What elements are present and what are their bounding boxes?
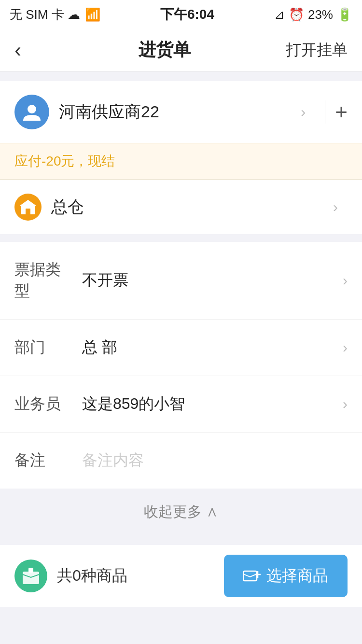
product-bar: 共0种商品 选择商品 — [0, 545, 362, 607]
battery-text: 23% — [308, 7, 333, 22]
battery-icon: 🔋 — [337, 7, 352, 22]
form-value-invoice: 不开票 — [82, 270, 343, 291]
supplier-add-button[interactable]: + — [335, 101, 348, 123]
form-value-salesperson: 这是859的小智 — [82, 393, 343, 415]
wifi-icon: 📶 — [85, 7, 100, 22]
form-value-department: 总 部 — [82, 337, 343, 358]
section-gap-1 — [0, 71, 362, 81]
collapse-bar[interactable]: 收起更多 ∧ — [0, 489, 362, 535]
svg-rect-6 — [243, 571, 257, 581]
form-row-department[interactable]: 部门 总 部 › — [0, 320, 362, 376]
form-chevron-salesperson: › — [343, 396, 348, 412]
supplier-section: 河南供应商22 › + 应付-20元，现结 总仓 › — [0, 81, 362, 234]
location-icon: ⊿ — [274, 7, 285, 22]
form-chevron-invoice: › — [343, 272, 348, 289]
form-row-remark[interactable]: 备注 备注内容 — [0, 433, 362, 489]
supplier-row[interactable]: 河南供应商22 › + — [0, 81, 362, 143]
supplier-name: 河南供应商22 — [59, 101, 301, 123]
nav-bar: ‹ 进货单 打开挂单 — [0, 29, 362, 71]
form-row-salesperson[interactable]: 业务员 这是859的小智 › — [0, 376, 362, 433]
form-chevron-department: › — [343, 339, 348, 356]
select-product-label: 选择商品 — [266, 565, 328, 587]
notice-bar: 应付-20元，现结 — [0, 143, 362, 180]
supplier-divider — [325, 100, 325, 124]
product-count: 共0种商品 — [57, 565, 224, 587]
supplier-chevron-icon: › — [301, 104, 306, 120]
status-time: 下午6:04 — [160, 5, 214, 24]
section-gap-2 — [0, 535, 362, 545]
form-label-invoice: 票据类型 — [14, 259, 72, 302]
no-sim-text: 无 SIM 卡 ☁ — [10, 6, 80, 23]
status-bar: 无 SIM 卡 ☁ 📶 下午6:04 ⊿ ⏰ 23% 🔋 — [0, 0, 362, 29]
form-row-invoice[interactable]: 票据类型 不开票 › — [0, 242, 362, 320]
back-button[interactable]: ‹ — [14, 39, 43, 62]
svg-rect-5 — [28, 568, 33, 573]
warehouse-icon — [14, 194, 42, 221]
form-section: 票据类型 不开票 › 部门 总 部 › 业务员 这是859的小智 › 备注 备注… — [0, 242, 362, 489]
warehouse-name: 总仓 — [51, 196, 333, 218]
warehouse-chevron-icon: › — [333, 199, 338, 215]
product-icon — [14, 560, 47, 592]
page-title: 进货单 — [139, 38, 191, 62]
form-value-remark[interactable]: 备注内容 — [82, 450, 348, 471]
svg-point-0 — [28, 105, 36, 113]
alarm-icon: ⏰ — [289, 7, 304, 22]
status-right: ⊿ ⏰ 23% 🔋 — [274, 7, 352, 22]
status-left: 无 SIM 卡 ☁ 📶 — [10, 6, 100, 23]
open-pending-button[interactable]: 打开挂单 — [286, 40, 348, 61]
form-label-remark: 备注 — [14, 450, 72, 471]
svg-rect-3 — [26, 209, 30, 214]
svg-marker-2 — [20, 200, 36, 206]
select-product-button[interactable]: 选择商品 — [224, 555, 348, 597]
form-label-salesperson: 业务员 — [14, 393, 72, 415]
form-label-department: 部门 — [14, 337, 72, 358]
supplier-avatar — [14, 95, 49, 129]
warehouse-row[interactable]: 总仓 › — [0, 180, 362, 234]
